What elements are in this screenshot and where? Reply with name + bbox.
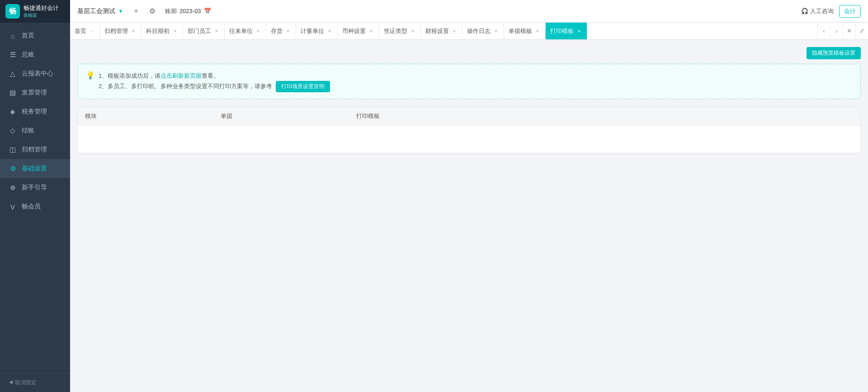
tab-subject[interactable]: 科目期初× [142, 23, 183, 39]
period-value: 2023-03 [179, 8, 201, 14]
tab-op-log[interactable]: 操作日志× [462, 23, 504, 39]
nav-label-settlement: 结账 [22, 127, 34, 135]
tab-measure[interactable]: 计量单位× [296, 23, 338, 39]
sidebar-footer[interactable]: ◀ 取消固定 [0, 373, 70, 392]
tab-close-archive[interactable]: × [130, 28, 137, 34]
tab-close-dept[interactable]: × [213, 28, 220, 34]
tab-inventory[interactable]: 存货× [266, 23, 296, 39]
tab-chevron-home: ‹ [89, 28, 95, 34]
tab-home[interactable]: 首页‹ [70, 23, 100, 39]
nav-label-invoice: 发票管理 [22, 89, 47, 97]
tab-label-home: 首页 [75, 27, 86, 35]
nav-label-home: 首页 [22, 32, 34, 40]
tab-close-currency[interactable]: × [368, 28, 374, 34]
tab-prev-button[interactable]: ‹ [817, 23, 830, 39]
help-button[interactable]: 打印场景设置宣明 [276, 81, 330, 92]
tab-tax-settings[interactable]: 财税设置× [421, 23, 462, 39]
info-text: 1、模板添加成功后，请点击刷新新页面查看。 2、多员工、多打印机、多种业务类型设… [99, 71, 330, 92]
tab-next-button[interactable]: › [830, 23, 843, 39]
nav-label-archive: 归档管理 [22, 146, 47, 154]
tab-label-dept: 部门员工 [188, 27, 211, 35]
nav-icon-settings: ⚙ [8, 164, 17, 173]
tab-close-voucher-type[interactable]: × [410, 28, 416, 34]
nav-icon-guide: ⊕ [8, 183, 17, 192]
page-content: 隐藏预置模板设置 💡 1、模板添加成功后，请点击刷新新页面查看。 2、多员工、多… [70, 40, 868, 392]
sidebar-item-reports[interactable]: △ 云报表中心 [0, 64, 70, 83]
tab-label-voucher-type: 凭证类型 [384, 27, 407, 35]
tab-close-single-template[interactable]: × [534, 28, 541, 34]
nav-icon-settlement: ◇ [8, 126, 17, 135]
nav-label-reports: 云报表中心 [22, 70, 53, 78]
nav-icon-home: ⌂ [8, 31, 17, 40]
info-line2: 2、多员工、多打印机、多种业务类型设置不同打印方案等，请参考 [99, 83, 272, 90]
add-tab-button[interactable]: ＋ [130, 5, 142, 18]
tab-label-measure: 计量单位 [301, 27, 324, 35]
tab-close-measure[interactable]: × [326, 28, 333, 34]
tab-close-partner[interactable]: × [255, 28, 261, 34]
refresh-link[interactable]: 点击刷新新页面 [160, 72, 202, 79]
sidebar-item-invoice[interactable]: ▤ 发票管理 [0, 83, 70, 102]
tab-partner[interactable]: 往来单位× [225, 23, 266, 39]
sidebar-item-member[interactable]: V 畅会员 [0, 197, 70, 216]
nav-icon-ledger: ☰ [8, 50, 17, 59]
tab-archive[interactable]: 归档管理× [100, 23, 142, 39]
header: 基层工会测试 ▼ ＋ ⚙ 账期 2023-03 📅 🎧 人工咨询 会计 [70, 0, 868, 23]
tab-close-subject[interactable]: × [172, 28, 178, 34]
customer-service-label: 人工咨询 [810, 7, 834, 15]
tab-label-tax-settings: 财税设置 [425, 27, 449, 35]
nav-icon-invoice: ▤ [8, 88, 17, 97]
sidebar-item-guide[interactable]: ⊕ 新手引导 [0, 178, 70, 197]
sidebar-nav: ⌂ 首页 ☰ 总账 △ 云报表中心 ▤ 发票管理 ◈ 税务管理 ◇ 结账 ◫ 归… [0, 23, 70, 373]
tab-label-print-template: 打印模板 [550, 27, 574, 35]
nav-label-settings: 基础设置 [22, 165, 47, 173]
header-actions: ＋ ⚙ [130, 5, 159, 18]
tab-voucher-type[interactable]: 凭证类型× [379, 23, 421, 39]
logo-text: 畅捷通好会计 旗舰版 [24, 5, 59, 18]
tab-dept[interactable]: 部门员工× [183, 23, 225, 39]
tab-print-template[interactable]: 打印模板× [546, 23, 587, 39]
nav-icon-archive: ◫ [8, 145, 17, 154]
company-name: 基层工会测试 [77, 7, 115, 15]
settings-button[interactable]: ⚙ [146, 5, 159, 18]
company-selector[interactable]: 基层工会测试 ▼ [77, 7, 123, 15]
data-table: 模块 单据 打印模板 [77, 106, 861, 153]
tab-bar: 首页‹归档管理×科目期初×部门员工×往来单位×存货×计量单位×币种设置×凭证类型… [70, 23, 868, 40]
tab-close-print-template[interactable]: × [576, 28, 582, 34]
sidebar-item-archive[interactable]: ◫ 归档管理 [0, 140, 70, 159]
period-label: 账期 [165, 7, 177, 15]
header-period: 账期 2023-03 📅 [165, 7, 211, 15]
tab-close-op-log[interactable]: × [493, 28, 499, 34]
nav-label-member: 畅会员 [22, 203, 41, 211]
info-row: 💡 1、模板添加成功后，请点击刷新新页面查看。 2、多员工、多打印机、多种业务类… [86, 71, 852, 92]
hide-template-button[interactable]: 隐藏预置模板设置 [807, 47, 861, 59]
main-content: 基层工会测试 ▼ ＋ ⚙ 账期 2023-03 📅 🎧 人工咨询 会计 首页‹归… [70, 0, 868, 392]
sidebar-item-settlement[interactable]: ◇ 结账 [0, 121, 70, 140]
sidebar-item-tax[interactable]: ◈ 税务管理 [0, 102, 70, 121]
tab-close-tax-settings[interactable]: × [451, 28, 458, 34]
info-line1-before: 1、模板添加成功后，请 [99, 72, 160, 79]
hide-template-area: 隐藏预置模板设置 [77, 47, 861, 59]
nav-label-guide: 新手引导 [22, 184, 47, 192]
info-box: 💡 1、模板添加成功后，请点击刷新新页面查看。 2、多员工、多打印机、多种业务类… [77, 64, 861, 99]
nav-label-ledger: 总账 [22, 51, 34, 59]
headset-icon: 🎧 [801, 8, 808, 14]
col-header-module: 模块 [85, 112, 221, 120]
tab-single-template[interactable]: 单据模板× [504, 23, 546, 39]
tab-label-op-log: 操作日志 [467, 27, 491, 35]
calendar-icon[interactable]: 📅 [204, 8, 211, 14]
tab-close-all-button[interactable]: ✕ [843, 23, 855, 39]
table-body [78, 126, 860, 153]
tab-expand-button[interactable]: ⤢ [855, 23, 868, 39]
tab-bar-controls: ‹ › ✕ ⤢ [817, 23, 868, 39]
account-button[interactable]: 会计 [839, 5, 861, 18]
sidebar-item-home[interactable]: ⌂ 首页 [0, 26, 70, 45]
info-line2-container: 2、多员工、多打印机、多种业务类型设置不同打印方案等，请参考 打印场景设置宣明 [99, 81, 330, 92]
sidebar: 畅 畅捷通好会计 旗舰版 ⌂ 首页 ☰ 总账 △ 云报表中心 ▤ 发票管理 ◈ … [0, 0, 70, 392]
tab-close-inventory[interactable]: × [285, 28, 291, 34]
sidebar-item-ledger[interactable]: ☰ 总账 [0, 45, 70, 64]
nav-icon-member: V [8, 202, 17, 211]
tab-currency[interactable]: 币种设置× [338, 23, 379, 39]
sidebar-item-settings[interactable]: ⚙ 基础设置 [0, 159, 70, 178]
tab-label-archive: 归档管理 [104, 27, 128, 35]
customer-service-btn[interactable]: 🎧 人工咨询 [801, 7, 834, 15]
